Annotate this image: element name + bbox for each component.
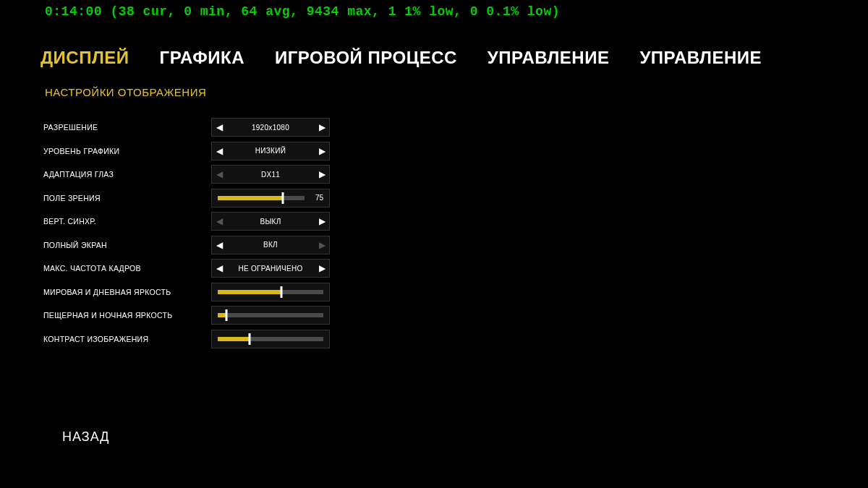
arrow-left-icon[interactable]: ◀ (212, 146, 226, 156)
slider-fill (218, 196, 283, 200)
slider-fill (218, 337, 250, 341)
selector-value: ВЫКЛ (226, 218, 315, 226)
slider-track[interactable] (218, 290, 323, 294)
setting-label: ПОЛЕ ЗРЕНИЯ (41, 194, 211, 202)
section-title: НАСТРОЙКИ ОТОБРАЖЕНИЯ (45, 86, 206, 98)
setting-label: РАЗРЕШЕНИЕ (41, 123, 211, 132)
selector-max_fps[interactable]: ◀НЕ ОГРАНИЧЕНО▶ (211, 259, 330, 278)
selector-eye_adaptation[interactable]: ◀DX11▶ (211, 165, 330, 184)
slider-value: 75 (305, 194, 323, 202)
slider-handle[interactable] (248, 333, 250, 345)
arrow-left-icon[interactable]: ◀ (212, 263, 226, 273)
slider-contrast[interactable] (211, 330, 330, 348)
tab-graphics[interactable]: ГРАФИКА (160, 48, 244, 68)
setting-row-graphics_level: УРОВЕНЬ ГРАФИКИ◀НИЗКИЙ▶ (41, 140, 344, 163)
setting-label: МИРОВАЯ И ДНЕВНАЯ ЯРКОСТЬ (41, 288, 211, 296)
arrow-right-icon[interactable]: ▶ (315, 122, 329, 132)
selector-vsync[interactable]: ◀ВЫКЛ▶ (211, 212, 330, 231)
arrow-left-icon: ◀ (212, 169, 226, 179)
setting-row-day_brightness: МИРОВАЯ И ДНЕВНАЯ ЯРКОСТЬ (41, 281, 344, 304)
setting-row-resolution: РАЗРЕШЕНИЕ◀1920x1080▶ (41, 116, 344, 140)
setting-label: ПЕЩЕРНАЯ И НОЧНАЯ ЯРКОСТЬ (41, 311, 211, 320)
selector-graphics_level[interactable]: ◀НИЗКИЙ▶ (211, 142, 330, 160)
setting-label: УРОВЕНЬ ГРАФИКИ (41, 147, 211, 155)
setting-label: ВЕРТ. СИНХР. (41, 217, 211, 226)
back-button[interactable]: НАЗАД (62, 429, 109, 445)
arrow-right-icon[interactable]: ▶ (315, 146, 329, 156)
setting-label: ПОЛНЫЙ ЭКРАН (41, 241, 211, 249)
selector-value: ВКЛ (226, 241, 315, 249)
slider-handle[interactable] (282, 192, 284, 204)
tab-gameplay[interactable]: ИГРОВОЙ ПРОЦЕСС (275, 48, 457, 68)
selector-value: НЕ ОГРАНИЧЕНО (226, 265, 315, 273)
setting-label: КОНТРАСТ ИЗОБРАЖЕНИЯ (41, 335, 211, 343)
arrow-left-icon[interactable]: ◀ (212, 240, 226, 250)
slider-day_brightness[interactable] (211, 283, 330, 301)
tab-controls-1[interactable]: УПРАВЛЕНИЕ (488, 48, 610, 68)
setting-row-night_brightness: ПЕЩЕРНАЯ И НОЧНАЯ ЯРКОСТЬ (41, 304, 344, 328)
setting-row-eye_adaptation: АДАПТАЦИЯ ГЛАЗ◀DX11▶ (41, 163, 344, 187)
slider-handle[interactable] (225, 309, 227, 321)
tab-display[interactable]: ДИСПЛЕЙ (41, 48, 129, 68)
slider-fill (218, 290, 281, 294)
slider-fov[interactable]: 75 (211, 189, 330, 207)
setting-row-fov: ПОЛЕ ЗРЕНИЯ75 (41, 187, 344, 210)
arrow-right-icon[interactable]: ▶ (315, 216, 329, 226)
selector-value: DX11 (226, 171, 315, 179)
arrow-left-icon[interactable]: ◀ (212, 122, 226, 132)
arrow-right-icon[interactable]: ▶ (315, 169, 329, 179)
selector-fullscreen[interactable]: ◀ВКЛ▶ (211, 236, 330, 254)
setting-label: АДАПТАЦИЯ ГЛАЗ (41, 170, 211, 179)
selector-resolution[interactable]: ◀1920x1080▶ (211, 118, 330, 137)
arrow-left-icon: ◀ (212, 216, 226, 226)
slider-night_brightness[interactable] (211, 306, 330, 325)
setting-row-contrast: КОНТРАСТ ИЗОБРАЖЕНИЯ (41, 328, 344, 351)
tabs-bar: ДИСПЛЕЙ ГРАФИКА ИГРОВОЙ ПРОЦЕСС УПРАВЛЕН… (41, 48, 762, 68)
setting-row-vsync: ВЕРТ. СИНХР.◀ВЫКЛ▶ (41, 210, 344, 234)
tab-controls-2[interactable]: УПРАВЛЕНИЕ (639, 48, 762, 68)
setting-row-max_fps: МАКС. ЧАСТОТА КАДРОВ◀НЕ ОГРАНИЧЕНО▶ (41, 257, 344, 281)
selector-value: НИЗКИЙ (226, 147, 315, 155)
slider-handle[interactable] (280, 286, 282, 298)
slider-track[interactable] (218, 313, 323, 317)
arrow-right-icon[interactable]: ▶ (315, 263, 329, 273)
slider-track[interactable] (218, 337, 323, 341)
setting-label: МАКС. ЧАСТОТА КАДРОВ (41, 264, 211, 273)
setting-row-fullscreen: ПОЛНЫЙ ЭКРАН◀ВКЛ▶ (41, 234, 344, 257)
fps-overlay: 0:14:00 (38 cur, 0 min, 64 avg, 9434 max… (45, 4, 560, 19)
arrow-right-icon: ▶ (315, 240, 329, 250)
slider-track[interactable] (218, 196, 305, 200)
settings-list: РАЗРЕШЕНИЕ◀1920x1080▶УРОВЕНЬ ГРАФИКИ◀НИЗ… (41, 116, 344, 351)
selector-value: 1920x1080 (226, 124, 315, 132)
